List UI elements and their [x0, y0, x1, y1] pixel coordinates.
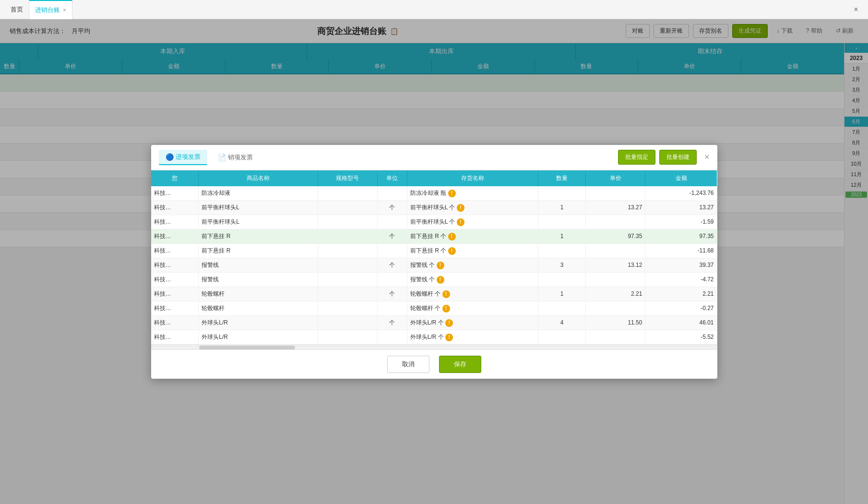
cell-supplier-2: 科技… [151, 215, 199, 229]
cell-price-5: 13.12 [586, 258, 645, 272]
tab-home[interactable]: 首页 [5, 0, 29, 19]
sales-tab-label: 销项发票 [228, 153, 253, 162]
warn-icon: ! [442, 290, 450, 298]
cell-product-6: 报警线 [199, 272, 318, 287]
cell-inventory-5: 报警线 个 ! [407, 258, 538, 272]
table-row: 科技… 轮毂螺杆 轮毂螺杆 个 ! -0.27 [151, 301, 717, 315]
cell-qty-0 [538, 186, 586, 201]
cell-amount-0: -1,243.76 [645, 186, 717, 201]
cell-qty-4 [538, 243, 586, 258]
table-row: 科技… 防冻冷却液 防冻冷却液 瓶 ! -1,243.76 [151, 186, 717, 201]
cell-unit-8 [377, 301, 407, 315]
modal-close-button[interactable]: × [704, 152, 710, 162]
table-row: 科技… 报警线 报警线 个 ! -4.72 [151, 272, 717, 287]
col-header-qty: 数量 [538, 170, 586, 186]
cell-unit-0 [377, 186, 407, 201]
invoice-table: 您 商品名称 规格型号 单位 存货名称 数量 单价 金额 科技… 防冻冷却液 [151, 170, 717, 345]
batch-assign-button[interactable]: 批量指定 [618, 150, 655, 165]
cell-product-4: 前下悬挂 R [199, 243, 318, 258]
warn-icon: ! [437, 262, 444, 269]
table-row: 科技… 前下悬挂 R 个 前下悬挂 R 个 ! 1 97.35 97.35 [151, 229, 717, 243]
table-row: 科技… 前平衡杆球头L 个 前平衡杆球头L 个 ! 1 13.27 13.27 [151, 200, 717, 215]
cell-supplier-9: 科技… [151, 315, 199, 330]
cell-price-4 [586, 243, 645, 258]
cell-unit-7: 个 [377, 287, 407, 301]
cell-price-7: 2.21 [586, 287, 645, 301]
col-header-unit: 单位 [377, 170, 407, 186]
tab-purchase-invoice[interactable]: 🔵 进项发票 [159, 150, 207, 165]
cell-unit-4 [377, 243, 407, 258]
cell-price-6 [586, 272, 645, 287]
cell-price-1: 13.27 [586, 200, 645, 215]
cell-supplier-5: 科技… [151, 258, 199, 272]
table-row: 科技… 外球头L/R 外球头L/R 个 ! -5.52 [151, 330, 717, 344]
cell-inventory-1: 前平衡杆球头L 个 ! [407, 200, 538, 215]
warn-icon: ! [437, 276, 444, 284]
cell-spec-10 [318, 330, 377, 344]
table-row: 科技… 轮毂螺杆 个 轮毂螺杆 个 ! 1 2.21 2.21 [151, 287, 717, 301]
cell-spec-6 [318, 272, 377, 287]
cell-qty-1: 1 [538, 200, 586, 215]
col-header-product: 商品名称 [199, 170, 318, 186]
cell-amount-8: -0.27 [645, 301, 717, 315]
cell-price-2 [586, 215, 645, 229]
cell-amount-2: -1.59 [645, 215, 717, 229]
cell-supplier-3: 科技… [151, 229, 199, 243]
tab-close-icon[interactable]: × [63, 0, 66, 20]
col-header-price: 单价 [586, 170, 645, 186]
cell-product-9: 外球头L/R [199, 315, 318, 330]
tab-sales-invoice[interactable]: 📄 销项发票 [211, 150, 260, 165]
modal-overlay: 🔵 进项发票 📄 销项发票 批量指定 批量创建 × [0, 19, 868, 504]
cell-spec-4 [318, 243, 377, 258]
table-row: 科技… 前平衡杆球头L 前平衡杆球头L 个 ! -1.59 [151, 215, 717, 229]
cell-unit-10 [377, 330, 407, 344]
warn-icon: ! [442, 305, 450, 312]
cell-supplier-8: 科技… [151, 301, 199, 315]
cell-product-1: 前平衡杆球头L [199, 200, 318, 215]
cell-amount-6: -4.72 [645, 272, 717, 287]
table-row: 科技… 外球头L/R 个 外球头L/R 个 ! 4 11.50 46.01 [151, 315, 717, 330]
cell-inventory-7: 轮毂螺杆 个 ! [407, 287, 538, 301]
col-header-inventory: 存货名称 [407, 170, 538, 186]
cell-price-8 [586, 301, 645, 315]
cell-price-10 [586, 330, 645, 344]
cancel-button[interactable]: 取消 [387, 356, 429, 373]
cell-spec-9 [318, 315, 377, 330]
modal-header: 🔵 进项发票 📄 销项发票 批量指定 批量创建 × [151, 145, 717, 170]
cell-unit-1: 个 [377, 200, 407, 215]
table-header-row: 您 商品名称 规格型号 单位 存货名称 数量 单价 金额 [151, 170, 717, 186]
cell-supplier-1: 科技… [151, 200, 199, 215]
modal-scrollbar-thumb[interactable] [199, 346, 295, 349]
window-close-button[interactable]: × [849, 2, 863, 17]
cell-inventory-9: 外球头L/R 个 ! [407, 315, 538, 330]
batch-create-button[interactable]: 批量创建 [659, 150, 697, 165]
cell-product-2: 前平衡杆球头L [199, 215, 318, 229]
cell-qty-9: 4 [538, 315, 586, 330]
table-row: 科技… 报警线 个 报警线 个 ! 3 13.12 39.37 [151, 258, 717, 272]
cell-qty-3: 1 [538, 229, 586, 243]
cell-spec-7 [318, 287, 377, 301]
active-tab-label: 进销台账 [35, 0, 60, 20]
purchase-tab-icon: 🔵 [166, 153, 174, 161]
modal-scrollbar[interactable] [151, 345, 717, 349]
purchase-tab-label: 进项发票 [176, 153, 201, 161]
cell-product-8: 轮毂螺杆 [199, 301, 318, 315]
cell-amount-5: 39.37 [645, 258, 717, 272]
cell-price-3: 97.35 [586, 229, 645, 243]
cell-inventory-3: 前下悬挂 R 个 ! [407, 229, 538, 243]
cell-unit-6 [377, 272, 407, 287]
cell-supplier-10: 科技… [151, 330, 199, 344]
cell-price-0 [586, 186, 645, 201]
cell-price-9: 11.50 [586, 315, 645, 330]
modal-dialog: 🔵 进项发票 📄 销项发票 批量指定 批量创建 × [151, 145, 717, 379]
save-button[interactable]: 保存 [439, 356, 481, 373]
tab-active[interactable]: 进销台账 × [29, 0, 72, 19]
cell-spec-0 [318, 186, 377, 201]
cell-spec-2 [318, 215, 377, 229]
cell-qty-10 [538, 330, 586, 344]
warn-icon: ! [457, 204, 464, 212]
cell-qty-8 [538, 301, 586, 315]
cell-inventory-6: 报警线 个 ! [407, 272, 538, 287]
col-header-amount: 金额 [645, 170, 717, 186]
cell-qty-6 [538, 272, 586, 287]
